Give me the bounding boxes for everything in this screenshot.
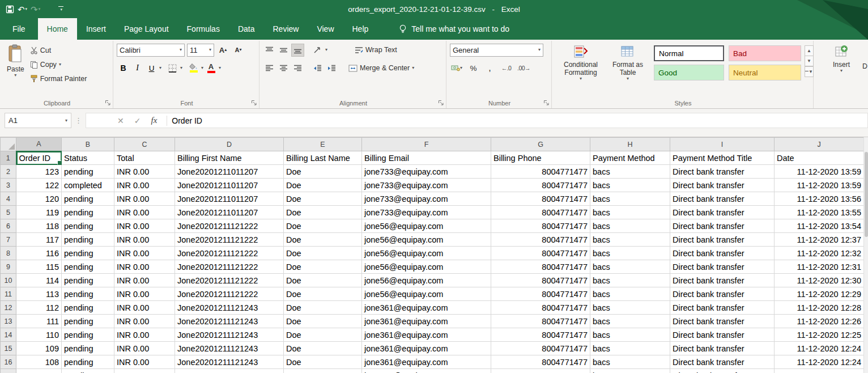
gallery-up-icon[interactable]: ▲ bbox=[805, 45, 814, 56]
cell[interactable]: Jone20201211011207 bbox=[175, 165, 284, 179]
cell[interactable]: 11-12-2020 12:24 bbox=[775, 355, 864, 369]
row-header-14[interactable]: 14 bbox=[1, 328, 16, 342]
cell[interactable]: Order ID bbox=[16, 151, 62, 165]
column-header-c[interactable]: C bbox=[114, 138, 175, 151]
cell[interactable]: Doe bbox=[284, 342, 362, 355]
clipboard-dialog-launcher-icon[interactable] bbox=[105, 100, 111, 106]
save-icon[interactable] bbox=[6, 5, 14, 14]
cell[interactable]: Jone20201211011207 bbox=[175, 206, 284, 219]
cell[interactable]: Total bbox=[114, 151, 175, 165]
tab-review[interactable]: Review bbox=[264, 18, 308, 40]
cell[interactable]: 11-12-2020 13:54 bbox=[775, 219, 864, 233]
cell[interactable]: Direct bank transfer bbox=[670, 206, 775, 219]
tell-me-box[interactable]: Tell me what you want to do bbox=[399, 18, 509, 40]
cell[interactable]: jone56@equipay.com bbox=[362, 287, 491, 301]
cell[interactable]: Direct bank transfer bbox=[670, 342, 775, 355]
cell[interactable]: Jone20201211121243 bbox=[175, 355, 284, 369]
cell[interactable]: INR 0.00 bbox=[114, 342, 175, 355]
cell[interactable]: 8004771477 bbox=[491, 342, 590, 355]
cell[interactable]: Direct bank transfer bbox=[670, 355, 775, 369]
cell[interactable]: jone733@equipay.com bbox=[362, 179, 491, 192]
cell[interactable]: Direct bank transfer bbox=[670, 287, 775, 301]
column-header-d[interactable]: D bbox=[175, 138, 284, 151]
name-box[interactable]: A1 ▾ bbox=[5, 113, 71, 128]
column-header-g[interactable]: G bbox=[491, 138, 590, 151]
cell[interactable]: pending bbox=[62, 219, 114, 233]
cell[interactable]: 11-12-2020 12:37 bbox=[775, 233, 864, 247]
decrease-decimal-button[interactable]: .00→ bbox=[516, 62, 531, 75]
cell[interactable]: Direct bank transfer bbox=[670, 301, 775, 315]
cell[interactable]: jone361@equipay.com bbox=[362, 328, 491, 342]
customize-quick-access-icon[interactable]: ▾ bbox=[58, 6, 63, 12]
cell[interactable]: Direct bank transfer bbox=[670, 328, 775, 342]
alignment-dialog-launcher-icon[interactable] bbox=[438, 100, 444, 106]
grow-font-button[interactable]: A▴ bbox=[216, 44, 229, 57]
cell[interactable]: pending bbox=[62, 233, 114, 247]
cell[interactable]: bacs bbox=[590, 342, 670, 355]
copy-button[interactable]: Copy ▾ bbox=[28, 57, 90, 71]
increase-decimal-button[interactable]: ←.0 bbox=[500, 62, 513, 75]
cell[interactable]: 11-12-2020 12:28 bbox=[775, 301, 864, 315]
style-normal[interactable]: Normal bbox=[654, 45, 724, 61]
cell[interactable]: 109 bbox=[16, 342, 62, 355]
cell[interactable]: 8004771477 bbox=[491, 219, 590, 233]
cell[interactable]: INR 0.00 bbox=[114, 179, 175, 192]
cell[interactable]: INR 0.00 bbox=[114, 315, 175, 328]
cell[interactable]: 11-12-2020 12:29 bbox=[775, 287, 864, 301]
enter-icon[interactable]: ✓ bbox=[129, 116, 146, 125]
delete-button-clipped[interactable]: D bbox=[862, 62, 867, 70]
format-as-table-button[interactable]: Format as Table ▾ bbox=[606, 42, 649, 82]
cell[interactable]: jone361@equipay.com bbox=[362, 369, 491, 373]
cell[interactable]: Payment Method Title bbox=[670, 151, 775, 165]
cell[interactable]: Doe bbox=[284, 274, 362, 287]
cell[interactable]: bacs bbox=[590, 260, 670, 274]
cell[interactable]: pending bbox=[62, 260, 114, 274]
cell[interactable]: bacs bbox=[590, 355, 670, 369]
cell[interactable]: 8004771477 bbox=[491, 301, 590, 315]
cell[interactable]: jone733@equipay.com bbox=[362, 206, 491, 219]
cell[interactable]: INR 0.00 bbox=[114, 328, 175, 342]
conditional-formatting-dropdown-icon[interactable]: ▾ bbox=[580, 77, 582, 81]
cell[interactable]: jone733@equipay.com bbox=[362, 165, 491, 179]
cell[interactable]: jone56@equipay.com bbox=[362, 260, 491, 274]
font-color-dropdown-icon[interactable]: ▾ bbox=[219, 66, 221, 70]
cell[interactable]: Doe bbox=[284, 179, 362, 192]
cell[interactable]: INR 0.00 bbox=[114, 219, 175, 233]
cell[interactable]: Direct bank transfer bbox=[670, 247, 775, 260]
cell[interactable]: Doe bbox=[284, 287, 362, 301]
accounting-dropdown-icon[interactable]: ▾ bbox=[460, 66, 462, 70]
cell[interactable]: 8004771477 bbox=[491, 355, 590, 369]
cell[interactable]: Jone20201211121222 bbox=[175, 274, 284, 287]
cell[interactable]: 8004771477 bbox=[491, 315, 590, 328]
cell[interactable]: 11-12-2020 12:24 bbox=[775, 342, 864, 355]
cell[interactable]: pending bbox=[62, 247, 114, 260]
row-header-13[interactable]: 13 bbox=[1, 315, 16, 328]
cell[interactable]: 8004771477 bbox=[491, 233, 590, 247]
cell[interactable]: INR 0.00 bbox=[114, 274, 175, 287]
cell[interactable]: Jone20201211011207 bbox=[175, 192, 284, 206]
align-center-button[interactable] bbox=[277, 62, 290, 75]
cell[interactable]: Billing First Name bbox=[175, 151, 284, 165]
row-header-5[interactable]: 5 bbox=[1, 206, 16, 219]
column-header-b[interactable]: B bbox=[62, 138, 114, 151]
cell[interactable]: Jone20201211121222 bbox=[175, 233, 284, 247]
cell[interactable]: jone56@equipay.com bbox=[362, 274, 491, 287]
cell[interactable]: Doe bbox=[284, 328, 362, 342]
column-header-a[interactable]: A bbox=[16, 138, 62, 151]
column-header-h[interactable]: H bbox=[590, 138, 670, 151]
cell[interactable]: Direct bank transfer bbox=[670, 315, 775, 328]
cell[interactable]: bacs bbox=[590, 328, 670, 342]
cell[interactable]: bacs bbox=[590, 287, 670, 301]
cell[interactable]: INR 0.00 bbox=[114, 165, 175, 179]
cell[interactable]: bacs bbox=[590, 179, 670, 192]
cell[interactable]: bacs bbox=[590, 219, 670, 233]
cell[interactable]: 111 bbox=[16, 315, 62, 328]
row-header-2[interactable]: 2 bbox=[1, 165, 16, 179]
cell[interactable]: pending bbox=[62, 287, 114, 301]
paste-dropdown-icon[interactable]: ▾ bbox=[14, 73, 16, 78]
cell[interactable]: 108 bbox=[16, 355, 62, 369]
cell[interactable]: completed bbox=[62, 179, 114, 192]
fill-color-dropdown-icon[interactable]: ▾ bbox=[201, 66, 203, 70]
cell[interactable]: 8004771477 bbox=[491, 206, 590, 219]
orientation-button[interactable] bbox=[311, 44, 324, 57]
